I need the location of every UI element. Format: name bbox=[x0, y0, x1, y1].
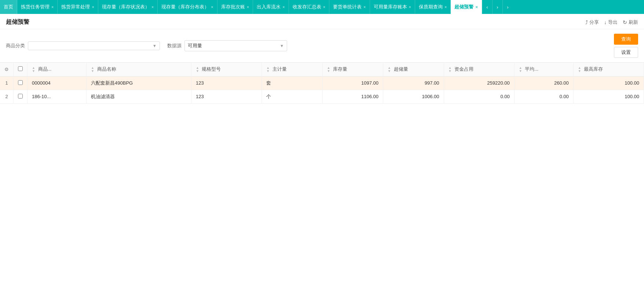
row-avg: 260.00 bbox=[514, 76, 573, 90]
select-all-checkbox[interactable] bbox=[18, 66, 23, 71]
table-row: 2 186-10... 机油滤清器 123 个 1106.00 1006.00 … bbox=[0, 90, 644, 103]
th-stock[interactable]: ▲▼ 库存量 bbox=[322, 63, 383, 77]
row-capital: 0.00 bbox=[444, 90, 514, 103]
nav-available-account[interactable]: 可用量库存账本 × bbox=[370, 0, 415, 14]
table-header-row: ⚙ ▲▼ 商品... ▲▼ 商品名称 ▲▼ 规格型号 bbox=[0, 63, 644, 77]
sort-icon-overstock: ▲▼ bbox=[388, 66, 391, 73]
header-actions: ⤴ 分享 ↓ 导出 ↻ 刷新 bbox=[585, 19, 638, 26]
nav-home[interactable]: 首页 bbox=[0, 0, 17, 14]
nav-close-available-account[interactable]: × bbox=[409, 5, 411, 9]
nav-quality-check[interactable]: 保质期查询 × bbox=[415, 0, 451, 14]
filter-row: 商品分类 ▼ 数据源 可用量 ▼ 查询 设置 bbox=[0, 29, 644, 62]
nav-close-batch-account[interactable]: × bbox=[247, 5, 249, 9]
nav-close-inout-flow[interactable]: × bbox=[282, 5, 285, 9]
page-container: 超储预警 ⤴ 分享 ↓ 导出 ↻ 刷新 商品分类 ▼ 数据源 bbox=[0, 14, 644, 293]
th-unit[interactable]: ▲▼ 主计量 bbox=[262, 63, 322, 77]
page-header: 超储预警 ⤴ 分享 ↓ 导出 ↻ 刷新 bbox=[0, 14, 644, 29]
nav-close-inventory-dist[interactable]: × bbox=[211, 5, 213, 9]
page-title: 超储预警 bbox=[6, 18, 29, 26]
sort-icon-max-stock: ▲▼ bbox=[578, 66, 581, 73]
category-dropdown-icon: ▼ bbox=[153, 44, 157, 48]
top-nav: 首页 拣货任务管理 × 拣货异常处理 × 现存量（库存状况表） × 现存量（库存… bbox=[0, 0, 644, 14]
row-checkbox[interactable] bbox=[18, 94, 23, 99]
export-button[interactable]: ↓ 导出 bbox=[604, 19, 618, 26]
nav-close-overstock-warning[interactable]: × bbox=[475, 5, 477, 9]
nav-inout-flow[interactable]: 出入库流水 × bbox=[253, 0, 289, 14]
row-stock: 1106.00 bbox=[322, 90, 383, 103]
nav-inventory-status[interactable]: 现存量（库存状况表） × bbox=[98, 0, 158, 14]
th-product-name[interactable]: ▲▼ 商品名称 bbox=[87, 63, 191, 77]
sort-icon-avg: ▲▼ bbox=[519, 66, 522, 73]
share-icon: ⤴ bbox=[585, 19, 588, 25]
sort-icon-spec: ▲▼ bbox=[196, 66, 199, 73]
datasource-select-value: 可用量 bbox=[188, 42, 202, 49]
nav-abnormal[interactable]: 拣货异常处理 × bbox=[58, 0, 98, 14]
nav-overstock-warning[interactable]: 超储预警 × bbox=[451, 0, 482, 14]
query-button[interactable]: 查询 bbox=[614, 34, 638, 45]
data-table: ⚙ ▲▼ 商品... ▲▼ 商品名称 ▲▼ 规格型号 bbox=[0, 62, 644, 104]
row-product-code: 0000004 bbox=[28, 76, 87, 90]
th-overstock[interactable]: ▲▼ 超储量 bbox=[383, 63, 444, 77]
row-stock: 1097.00 bbox=[322, 76, 383, 90]
table-container: ⚙ ▲▼ 商品... ▲▼ 商品名称 ▲▼ 规格型号 bbox=[0, 62, 644, 104]
datasource-select[interactable]: 可用量 ▼ bbox=[184, 40, 287, 51]
nav-prev-arrow[interactable]: ‹ bbox=[482, 0, 492, 14]
th-spec[interactable]: ▲▼ 规格型号 bbox=[191, 63, 261, 77]
th-capital[interactable]: ▲▼ 资金占用 bbox=[444, 63, 514, 77]
th-max-stock[interactable]: ▲▼ 最高库存 bbox=[573, 63, 644, 77]
nav-close-task-mgmt[interactable]: × bbox=[51, 5, 54, 9]
row-overstock: 1006.00 bbox=[383, 90, 444, 103]
sort-icon-unit: ▲▼ bbox=[266, 66, 270, 73]
row-product-name: 六配套新昌490BPG bbox=[87, 76, 191, 90]
filter-category-label: 商品分类 bbox=[6, 42, 25, 49]
nav-batch-account[interactable]: 库存批次账 × bbox=[217, 0, 253, 14]
row-unit: 套 bbox=[262, 76, 322, 90]
th-avg[interactable]: ▲▼ 平均... bbox=[514, 63, 573, 77]
filter-datasource-label: 数据源 bbox=[167, 42, 182, 49]
category-select[interactable]: ▼ bbox=[28, 41, 160, 50]
nav-collect-summary[interactable]: 收发存汇总表 × bbox=[289, 0, 329, 14]
gear-icon[interactable]: ⚙ bbox=[4, 67, 9, 72]
sort-icon-capital: ▲▼ bbox=[449, 66, 452, 73]
th-gear: ⚙ bbox=[0, 63, 14, 77]
row-checkbox-cell bbox=[14, 90, 28, 103]
nav-more-arrow[interactable]: › bbox=[502, 0, 513, 14]
filter-datasource: 数据源 可用量 ▼ bbox=[167, 40, 287, 51]
th-product-code[interactable]: ▲▼ 商品... bbox=[28, 63, 87, 77]
row-seq: 1 bbox=[0, 76, 14, 90]
sort-icon-product-name: ▲▼ bbox=[91, 66, 94, 73]
nav-task-mgmt[interactable]: 拣货任务管理 × bbox=[17, 0, 58, 14]
nav-close-quality-check[interactable]: × bbox=[444, 5, 447, 9]
row-unit: 个 bbox=[262, 90, 322, 103]
nav-req-stat[interactable]: 要货单统计表 × bbox=[329, 0, 370, 14]
sort-icon-stock: ▲▼ bbox=[327, 66, 330, 73]
nav-close-collect-summary[interactable]: × bbox=[323, 5, 325, 9]
filter-category: 商品分类 ▼ bbox=[6, 41, 160, 50]
row-max-stock: 100.00 bbox=[573, 90, 644, 103]
nav-inventory-dist[interactable]: 现存量（库存分布表） × bbox=[158, 0, 217, 14]
filter-buttons: 查询 设置 bbox=[614, 34, 638, 58]
row-max-stock: 100.00 bbox=[573, 76, 644, 90]
row-spec: 123 bbox=[191, 76, 261, 90]
datasource-dropdown-icon: ▼ bbox=[280, 44, 284, 48]
row-capital: 259220.00 bbox=[444, 76, 514, 90]
refresh-button[interactable]: ↻ 刷新 bbox=[623, 19, 638, 26]
th-checkbox bbox=[14, 63, 28, 77]
share-button[interactable]: ⤴ 分享 bbox=[585, 19, 599, 26]
export-icon: ↓ bbox=[604, 19, 607, 25]
refresh-icon: ↻ bbox=[623, 19, 627, 25]
row-spec: 123 bbox=[191, 90, 261, 103]
settings-button[interactable]: 设置 bbox=[614, 47, 638, 58]
row-seq: 2 bbox=[0, 90, 14, 103]
nav-close-inventory-status[interactable]: × bbox=[151, 5, 154, 9]
row-product-code: 186-10... bbox=[28, 90, 87, 103]
nav-close-req-stat[interactable]: × bbox=[363, 5, 366, 9]
nav-next-arrow[interactable]: › bbox=[492, 0, 502, 14]
row-avg: 0.00 bbox=[514, 90, 573, 103]
nav-close-abnormal[interactable]: × bbox=[92, 5, 94, 9]
row-checkbox[interactable] bbox=[18, 80, 23, 85]
row-product-name: 机油滤清器 bbox=[87, 90, 191, 103]
table-row: 1 0000004 六配套新昌490BPG 123 套 1097.00 997.… bbox=[0, 76, 644, 90]
row-checkbox-cell bbox=[14, 76, 28, 90]
sort-icon-product-code: ▲▼ bbox=[32, 66, 35, 73]
